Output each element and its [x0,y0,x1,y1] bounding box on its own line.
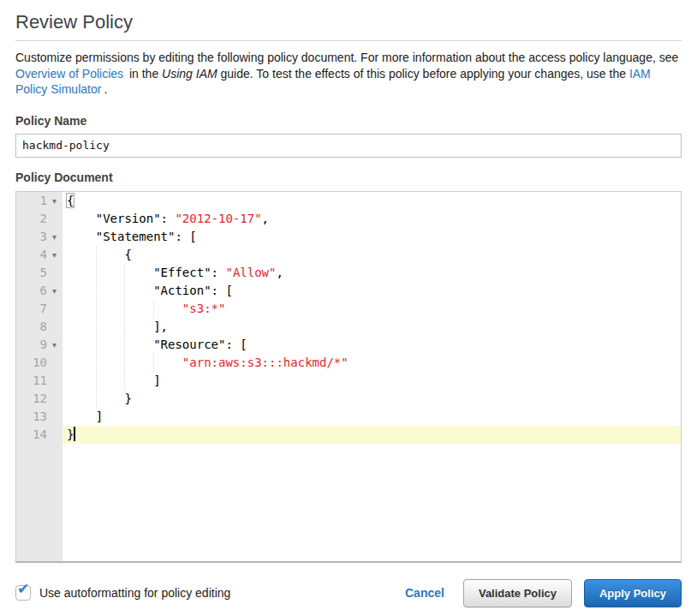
fold-arrow-icon[interactable]: ▾ [47,228,57,246]
code-line[interactable]: "s3:*" [63,300,681,318]
indent-guide [124,318,125,336]
using-iam-text: Using IAM [162,67,217,81]
fold-arrow-icon[interactable]: ▾ [47,336,57,354]
line-number: 2 [40,210,47,228]
line-number: 10 [33,354,47,372]
gutter-line-number: 12 [16,390,63,408]
code-token: ] [153,374,160,387]
code-line[interactable]: { [63,246,681,264]
indent-guide [96,300,97,318]
line-number: 8 [40,318,47,336]
code-token: "Statement": [ [96,230,197,243]
line-number: 12 [33,390,47,408]
indent-guide [124,300,125,318]
line-number: 11 [33,372,47,390]
autoformat-label: Use autoformatting for policy editing [39,586,230,600]
code-line[interactable]: "Effect": "Allow", [63,264,681,282]
review-policy-page: Review Policy Customize permissions by e… [0,11,697,607]
intro-text: guide. To test the effects of this polic… [217,67,629,81]
indent-guide [124,372,125,390]
code-line[interactable]: "arn:aws:s3:::hackmd/*" [63,354,681,372]
editor-gutter: 1▾23▾4▾56▾789▾1011121314 [16,192,63,561]
indent-guide [96,318,97,336]
gutter-line-number: 1▾ [16,192,63,210]
code-token: "Resource": [ [153,338,247,351]
code-token: "Action": [ [153,284,233,297]
gutter-line-number: 5 [16,264,63,282]
code-line[interactable]: "Action": [ [63,282,681,300]
indent-guide [96,282,97,300]
fold-arrow-icon[interactable]: ▾ [47,282,57,300]
code-token: , [276,266,283,279]
code-token-string: "arn:aws:s3:::hackmd/*" [182,356,348,369]
policy-document-label: Policy Document [15,171,682,184]
code-token: { [67,194,74,207]
code-token: } [67,428,74,441]
line-number: 13 [33,408,47,426]
code-line[interactable]: } [63,426,681,444]
editor-code[interactable]: { "Version": "2012-10-17", "Statement": … [63,192,681,561]
code-line[interactable]: ] [63,408,681,426]
policy-name-label: Policy Name [15,115,682,128]
code-token: } [124,392,131,405]
code-line[interactable]: ] [63,372,681,390]
code-line[interactable]: } [63,390,681,408]
gutter-line-number: 4▾ [16,246,63,264]
fold-arrow-icon[interactable]: ▾ [47,246,57,264]
line-number: 14 [33,426,47,444]
gutter-line-number: 9▾ [16,336,63,354]
line-number: 1 [40,192,47,210]
code-line[interactable]: { [63,192,681,210]
code-token-string: "s3:*" [182,302,226,315]
validate-policy-button[interactable]: Validate Policy [463,579,572,607]
gutter-line-number: 2 [16,210,63,228]
code-line[interactable]: "Statement": [ [63,228,681,246]
apply-policy-button[interactable]: Apply Policy [584,579,682,607]
autoformat-checkbox[interactable]: ✔ [15,585,31,601]
indent-guide [124,336,125,354]
indent-guide [96,390,97,408]
gutter-line-number: 8 [16,318,63,336]
code-token: , [262,212,269,225]
indent-guide [124,282,125,300]
code-token-string: "Allow" [225,266,276,279]
policy-document-editor[interactable]: 1▾23▾4▾56▾789▾1011121314 { "Version": "2… [15,191,682,563]
indent-guide [96,264,97,282]
indent-guide [96,246,97,264]
page-title: Review Policy [15,11,682,33]
fold-arrow-icon[interactable]: ▾ [47,192,57,210]
gutter-line-number: 10 [16,354,63,372]
indent-guide [124,264,125,282]
code-token: "Version": [96,212,176,225]
intro-text: in the [126,67,162,81]
gutter-line-number: 6▾ [16,282,63,300]
line-number: 5 [40,264,47,282]
footer-bar: ✔ Use autoformatting for policy editing … [15,579,682,607]
code-line[interactable]: "Version": "2012-10-17", [63,210,681,228]
code-token: { [124,248,131,261]
gutter-line-number: 13 [16,408,63,426]
title-divider [15,40,682,41]
cancel-link[interactable]: Cancel [405,586,444,600]
line-number: 3 [40,228,47,246]
overview-of-policies-link[interactable]: Overview of Policies [15,67,126,81]
gutter-line-number: 7 [16,300,63,318]
code-line[interactable]: "Resource": [ [63,336,681,354]
code-token: ] [96,410,103,423]
intro-text: Customize permissions by editing the fol… [15,51,678,64]
code-line[interactable]: ], [63,318,681,336]
indent-guide [153,300,154,318]
intro-text: . [104,82,107,96]
policy-name-input[interactable] [15,134,682,158]
indent-guide [96,336,97,354]
indent-guide [124,354,125,372]
autoformat-option: ✔ Use autoformatting for policy editing [15,585,230,601]
indent-guide [96,372,97,390]
line-number: 7 [40,300,47,318]
line-number: 6 [40,282,47,300]
code-token: "Effect": [153,266,225,279]
line-number: 9 [40,336,47,354]
checkmark-icon: ✔ [17,580,29,597]
text-cursor [74,427,75,441]
intro-paragraph: Customize permissions by editing the fol… [15,50,682,98]
